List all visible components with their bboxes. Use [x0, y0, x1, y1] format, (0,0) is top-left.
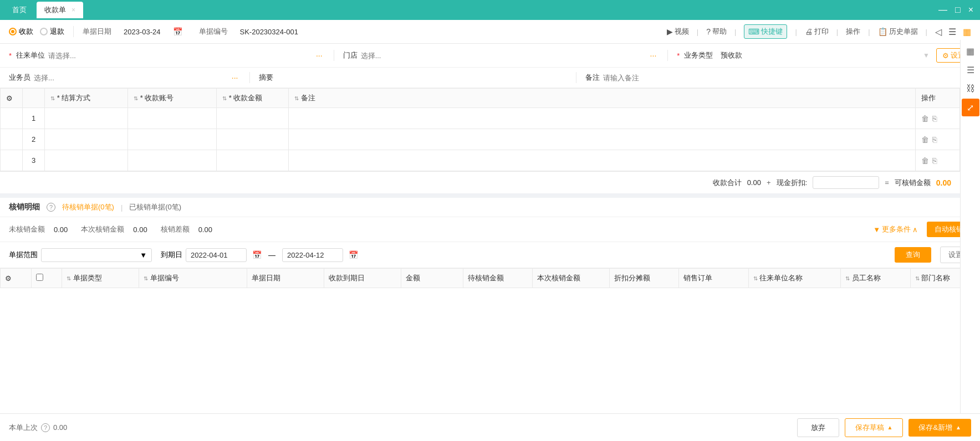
query-btn[interactable]: 查询: [895, 247, 931, 263]
range-label: 单据范围: [9, 250, 38, 260]
row2-ops: 🗑 ⎘: [916, 129, 960, 150]
date-range-field: 到期日 📅 — 📅: [161, 248, 358, 262]
row2-copy-icon[interactable]: ⎘: [932, 135, 937, 144]
receipt-tab[interactable]: 收款单 ×: [37, 2, 83, 18]
summary-label: 摘要: [259, 73, 273, 83]
sidebar-expand-icon[interactable]: ⤢: [962, 99, 979, 116]
date-to-calendar-icon[interactable]: 📅: [349, 250, 358, 259]
row3-gear: [1, 150, 23, 171]
remark-input[interactable]: [603, 74, 971, 82]
select-all-checkbox[interactable]: [36, 274, 43, 281]
save-draft-btn[interactable]: 保存草稿 ▲: [845, 418, 904, 437]
row1-amount[interactable]: [217, 108, 289, 129]
btable-discount-header: 折扣分摊额: [610, 269, 679, 288]
summary-input[interactable]: [277, 74, 568, 82]
row1-copy-icon[interactable]: ⎘: [932, 114, 937, 123]
operations-btn[interactable]: 操作: [846, 27, 860, 37]
list-view-icon[interactable]: ☰: [948, 27, 956, 37]
video-label: 视频: [675, 27, 689, 37]
btable-checkbox-header[interactable]: [31, 269, 62, 288]
salesman-more-icon[interactable]: ···: [229, 73, 241, 82]
row2-remark[interactable]: [289, 129, 916, 150]
print-label: 打印: [814, 27, 829, 37]
date-label: 单据日期: [83, 27, 111, 37]
save-new-btn[interactable]: 保存&新增 ▲: [908, 419, 971, 437]
business-type-value: 预收款: [721, 50, 742, 60]
view-toggle-icon[interactable]: ◁: [935, 27, 942, 37]
business-type-arrow[interactable]: ▼: [923, 52, 930, 59]
customer-field: * 往来单位 ···: [9, 50, 325, 60]
row3-remark[interactable]: [289, 150, 916, 171]
verification-help-icon[interactable]: ?: [47, 203, 55, 212]
verification-section: 核销明细 ? 待核销单据(0笔) | 已核销单据(0笔) 未核销金额 0.00 …: [0, 198, 980, 413]
window-close-btn[interactable]: ×: [966, 4, 976, 16]
history-btn[interactable]: 📋 历史单据: [878, 27, 918, 37]
sidebar-list-icon[interactable]: ☰: [962, 61, 979, 79]
home-tab-label: 首页: [12, 5, 27, 15]
date-to-input[interactable]: [282, 248, 343, 262]
store-field: 门店 ···: [343, 50, 659, 60]
row3-account[interactable]: [128, 150, 217, 171]
store-input[interactable]: [361, 52, 645, 60]
help-label: 帮助: [712, 27, 727, 37]
done-tab[interactable]: 已核销单据(0笔): [129, 202, 181, 212]
radio-receipt[interactable]: 收款: [9, 27, 33, 37]
customer-input[interactable]: [48, 52, 310, 60]
window-min-btn[interactable]: —: [936, 4, 950, 16]
print-btn[interactable]: 🖨 打印: [805, 27, 829, 37]
row3-settle[interactable]: [45, 150, 128, 171]
table-ops-header: 操作: [916, 89, 960, 108]
amount-header-label: *: [229, 94, 232, 102]
window-max-btn[interactable]: □: [953, 4, 963, 16]
radio-refund[interactable]: 退款: [40, 27, 64, 37]
btable-gear-header[interactable]: ⚙: [1, 269, 32, 288]
abandon-btn[interactable]: 放弃: [797, 418, 839, 437]
row3-copy-icon[interactable]: ⎘: [932, 156, 937, 165]
video-btn[interactable]: ▶ 视频: [667, 27, 689, 37]
range-field: 单据范围 ▼: [9, 248, 152, 262]
customer-more-icon[interactable]: ···: [314, 51, 325, 60]
summary-field: 摘要: [259, 73, 568, 83]
receipt-tab-label: 收款单: [44, 5, 66, 15]
shortcuts-btn[interactable]: ⌨ 快捷键: [744, 24, 787, 39]
salesman-input[interactable]: [34, 74, 226, 82]
row3-amount[interactable]: [217, 150, 289, 171]
row2-amount[interactable]: [217, 129, 289, 150]
unverified-label: 未核销金额: [9, 224, 45, 234]
unverified-value: 0.00: [54, 225, 68, 234]
row1-remark[interactable]: [289, 108, 916, 129]
row2-account[interactable]: [128, 129, 217, 150]
current-order-help-icon[interactable]: ?: [41, 423, 50, 432]
btable-number-header: ⇅ 单据编号: [139, 269, 247, 288]
discount-input[interactable]: [813, 176, 879, 189]
table-gear-header[interactable]: ⚙: [1, 89, 23, 108]
date-from-input[interactable]: [186, 248, 247, 262]
more-conditions-btn[interactable]: ▼ 更多条件 ∧: [873, 224, 918, 234]
field-divider-3: [249, 72, 250, 83]
bottom-table-header-row: ⚙ ⇅ 单据类型 ⇅ 单据编号 单据日期: [1, 269, 980, 288]
bottom-table: ⚙ ⇅ 单据类型 ⇅ 单据编号 单据日期: [0, 268, 980, 288]
number-label: 单据编号: [199, 27, 228, 37]
right-sidebar: ▦ ☰ ⛓ ⤢: [960, 40, 980, 413]
table-remark-header: ⇅ 备注: [289, 89, 916, 108]
calendar-icon[interactable]: 📅: [173, 27, 182, 36]
help-btn[interactable]: ? 帮助: [706, 27, 727, 37]
pending-tab[interactable]: 待核销单据(0笔): [62, 202, 114, 212]
grid-view-icon[interactable]: ▦: [963, 27, 971, 37]
row1-account[interactable]: [128, 108, 217, 129]
btable-type-header: ⇅ 单据类型: [62, 269, 139, 288]
row1-settle[interactable]: [45, 108, 128, 129]
row3-delete-icon[interactable]: 🗑: [921, 156, 929, 165]
store-more-icon[interactable]: ···: [648, 51, 659, 60]
sidebar-table-icon[interactable]: ▦: [962, 42, 979, 60]
row1-delete-icon[interactable]: 🗑: [921, 114, 929, 123]
radio-refund-label: 退款: [50, 27, 64, 37]
btable-due-date-header: 收款到期日: [324, 269, 401, 288]
receipt-tab-close[interactable]: ×: [72, 6, 75, 14]
range-select[interactable]: ▼: [41, 248, 152, 262]
row2-settle[interactable]: [45, 129, 128, 150]
date-from-calendar-icon[interactable]: 📅: [252, 250, 262, 259]
home-tab[interactable]: 首页: [4, 2, 34, 18]
row2-delete-icon[interactable]: 🗑: [921, 135, 929, 144]
sidebar-link-icon[interactable]: ⛓: [962, 80, 979, 98]
